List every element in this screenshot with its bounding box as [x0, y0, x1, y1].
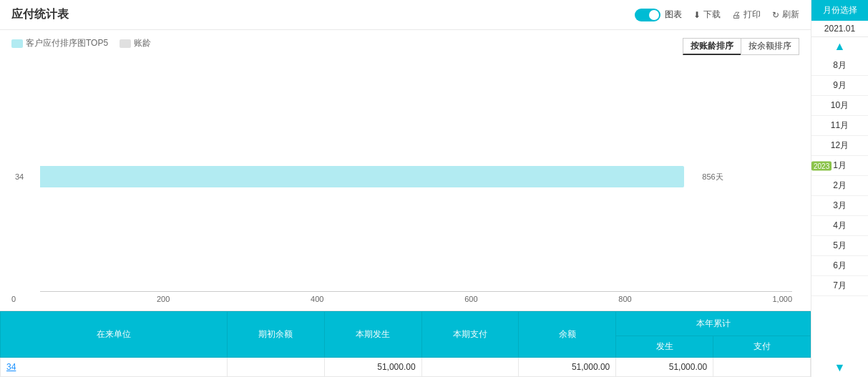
- table-section: 在来单位 期初余额 本期发生 本期支付 余额 本年累计 发生 支付 34 51,…: [0, 310, 811, 377]
- chart-toggle-container: 图表: [635, 9, 682, 21]
- chart-y-label: 34: [15, 172, 24, 181]
- main-content: 应付统计表 图表 ⬇ 下载 🖨 打印 ↻ 刷新: [0, 0, 811, 377]
- page-title: 应付统计表: [11, 7, 69, 22]
- sidebar-down-arrow[interactable]: ▼: [811, 358, 868, 377]
- col-ytd-occurrence: 发生: [616, 336, 713, 358]
- x-axis-labels: 0 200 400 600 800 1,000: [11, 295, 799, 303]
- chart-inner: 34 856天: [40, 61, 792, 292]
- cell-unit[interactable]: 34: [1, 358, 228, 377]
- header: 应付统计表 图表 ⬇ 下载 🖨 打印 ↻ 刷新: [0, 0, 811, 30]
- sidebar-month-item[interactable]: 6月: [811, 256, 868, 276]
- data-table: 在来单位 期初余额 本期发生 本期支付 余额 本年累计 发生 支付 34 51,…: [0, 311, 811, 377]
- col-balance: 余额: [519, 312, 616, 358]
- chart-toggle-label: 图表: [665, 9, 682, 21]
- chart-sort: 按账龄排序 按余额排序: [683, 38, 799, 55]
- x-label-200: 200: [157, 295, 170, 303]
- refresh-icon: ↻: [772, 10, 779, 20]
- download-icon: ⬇: [693, 10, 701, 20]
- cell-current-payment: [421, 358, 519, 377]
- sidebar-month-item[interactable]: 8月: [811, 56, 868, 76]
- legend-series: 客户应付排序图TOP5: [11, 37, 108, 49]
- cell-ytd-payment: [713, 358, 811, 377]
- col-current-occurrence: 本期发生: [324, 312, 421, 358]
- sidebar-month-item[interactable]: 11月: [811, 116, 868, 136]
- header-actions: 图表 ⬇ 下载 🖨 打印 ↻ 刷新: [635, 9, 799, 21]
- sidebar-month-item[interactable]: 5月: [811, 236, 868, 256]
- x-label-0: 0: [11, 295, 16, 303]
- sidebar-month-item[interactable]: 3月: [811, 196, 868, 216]
- sidebar: 月份选择 2021.01 ▲ 8月9月10月11月12月20231月2月3月4月…: [811, 0, 868, 377]
- x-label-400: 400: [311, 295, 323, 303]
- month-list: 8月9月10月11月12月20231月2月3月4月5月6月7月: [811, 56, 868, 358]
- print-icon: 🖨: [732, 10, 741, 20]
- cell-ytd-occurrence: 51,000.00: [616, 358, 713, 377]
- legend-age-label: 账龄: [134, 37, 151, 49]
- sidebar-month-item[interactable]: 4月: [811, 216, 868, 236]
- x-label-1000: 1,000: [772, 295, 792, 303]
- sidebar-title[interactable]: 月份选择: [811, 0, 868, 21]
- chart-section: 客户应付排序图TOP5 账龄 按账龄排序 按余额排序 34 856天: [0, 30, 811, 310]
- table-row: 34 51,000.00 51,000.00 51,000.00: [1, 358, 811, 377]
- chart-toggle[interactable]: [635, 9, 660, 21]
- sidebar-current-date: 2021.01: [811, 21, 868, 37]
- sidebar-month-item[interactable]: 12月: [811, 136, 868, 156]
- chart-area: 34 856天 0 200 400 600 800 1,000: [11, 61, 799, 303]
- col-current-payment: 本期支付: [421, 312, 519, 358]
- x-label-800: 800: [618, 295, 631, 303]
- download-button[interactable]: ⬇ 下载: [693, 9, 721, 21]
- cell-period-balance: [227, 358, 324, 377]
- cell-current-occurrence: 51,000.00: [324, 358, 421, 377]
- sidebar-month-item[interactable]: 2月: [811, 176, 868, 196]
- x-axis-line: [40, 291, 792, 292]
- sidebar-month-item[interactable]: 10月: [811, 96, 868, 116]
- sidebar-month-item[interactable]: 9月: [811, 76, 868, 96]
- col-ytd: 本年累计: [616, 312, 811, 336]
- print-button[interactable]: 🖨 打印: [732, 9, 761, 21]
- legend-age: 账龄: [120, 37, 151, 49]
- sort-by-age-button[interactable]: 按账龄排序: [683, 38, 741, 55]
- chart-bar: 856天: [40, 166, 684, 187]
- col-unit: 在来单位: [1, 312, 228, 358]
- col-ytd-payment: 支付: [713, 336, 811, 358]
- sidebar-month-item[interactable]: 7月: [811, 276, 868, 296]
- legend-age-color: [120, 39, 131, 48]
- sidebar-up-arrow[interactable]: ▲: [811, 37, 868, 56]
- sidebar-month-item[interactable]: 20231月: [811, 156, 868, 176]
- legend-series-color: [11, 39, 23, 48]
- x-label-600: 600: [464, 295, 477, 303]
- refresh-button[interactable]: ↻ 刷新: [772, 9, 799, 21]
- chart-legend: 客户应付排序图TOP5 账龄: [11, 37, 151, 49]
- cell-balance: 51,000.00: [519, 358, 616, 377]
- legend-series-label: 客户应付排序图TOP5: [26, 37, 108, 49]
- chart-bar-end-label: 856天: [702, 171, 723, 182]
- sort-by-balance-button[interactable]: 按余额排序: [741, 38, 799, 55]
- col-period-balance: 期初余额: [227, 312, 324, 358]
